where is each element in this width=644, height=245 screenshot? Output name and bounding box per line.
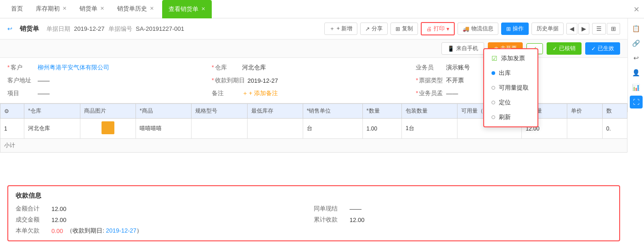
new-button[interactable]: ＋ + 新增 [324, 23, 357, 35]
tab-home[interactable]: 首页 [5, 0, 29, 18]
payment-grid: 金额合计 12.00 同单现结 —— 成交金额 12.00 累计收款 12.00… [16, 205, 612, 235]
same-order-row: 同单现结 —— [314, 205, 612, 213]
tab-sales-order[interactable]: 销货单 ✕ [73, 0, 111, 18]
current-owe-row: 本单欠款 0.00 （收款到期日: 2019-12-27） [16, 227, 612, 235]
row-unit: 台 [303, 119, 362, 139]
deal-amount-row: 成交金额 12.00 [16, 216, 314, 224]
row-index: 1 [0, 119, 24, 139]
address-value: —— [38, 77, 50, 84]
grid-view-btn[interactable]: ⊞ [607, 23, 620, 34]
checkbox-icon: ☑ [491, 55, 497, 62]
warehouse-value: 河北仓库 [242, 63, 266, 72]
print-dropdown-arrow: ▾ [446, 26, 449, 32]
close-history-tab[interactable]: ✕ [150, 6, 154, 11]
payment-title: 收款信息 [16, 192, 612, 200]
sidebar-doc-icon[interactable]: 📋 [630, 22, 643, 35]
row-price [567, 119, 603, 139]
list-view-btn[interactable]: ☰ [592, 23, 606, 34]
project-value: —— [38, 90, 50, 97]
current-owe-label: 本单欠款 [16, 227, 48, 235]
row-spec [192, 119, 247, 139]
empty-dot-icon-2 [491, 101, 495, 104]
print-button[interactable]: 🖨 打印 ▾ [422, 23, 454, 34]
col-unit: *销售单位 [303, 104, 362, 119]
logistics-icon: 🚚 [463, 26, 469, 32]
col-other: 数 [602, 104, 627, 119]
prev-arrow[interactable]: ◀ [566, 23, 577, 34]
cumulative-row: 累计收款 12.00 [314, 216, 612, 224]
tab-inventory-init[interactable]: 库存期初 ✕ [29, 0, 73, 18]
due-date-value: 2019-12-27 [248, 77, 278, 84]
dropdown-available-qty[interactable]: 可用量提取 [484, 80, 537, 95]
sold-icon: ✓ [553, 46, 557, 52]
row-qty: 1.00 [362, 119, 401, 139]
note-field: 备注 ＋ + 添加备注 [212, 89, 416, 97]
row-other: 0. [602, 119, 627, 139]
col-gear: ⚙ [0, 104, 24, 119]
due-date-note: （收款到期日: 2019-12-27） [67, 227, 142, 235]
sidebar-user-icon[interactable]: 👤 [630, 66, 643, 79]
empty-dot-icon [491, 86, 495, 90]
share-icon: ↗ [365, 26, 370, 32]
deal-amount-value: 12.00 [51, 217, 67, 223]
dropdown-refresh[interactable]: 刷新 [484, 110, 537, 125]
number-value: SA-20191227-001 [136, 25, 185, 32]
logistics-button[interactable]: 🚚 物流信息 [458, 23, 498, 35]
close-inventory-tab[interactable]: ✕ [62, 6, 67, 11]
share-button[interactable]: ↗ 分享 [360, 23, 388, 35]
row-warehouse: 河北仓库 [24, 119, 80, 139]
same-order-label: 同单现结 [314, 205, 346, 213]
current-owe-value: 0.00 [51, 228, 63, 234]
from-phone-button[interactable]: 📱 来自手机 [441, 42, 484, 55]
due-date-field: *收款到期日 2019-12-27 [212, 76, 416, 85]
doc-header-right: ＋ + 新增 ↗ 分享 ⊞ 复制 🖨 打印 ▾ [324, 22, 620, 35]
dropdown-outbound[interactable]: 出库 [484, 66, 537, 80]
close-sales-tab[interactable]: ✕ [100, 6, 104, 11]
sidebar-chart-icon[interactable]: 📊 [630, 81, 643, 94]
dropdown-locate[interactable]: 定位 [484, 95, 537, 110]
date-label: 单据日期 [46, 25, 70, 33]
close-view-sales-tab[interactable]: ✕ [201, 6, 205, 11]
sidebar-back-icon[interactable]: ↩ [630, 51, 643, 64]
copy-icon: ⊞ [395, 26, 400, 32]
dropdown-add-invoice[interactable]: ☑ 添加发票 [484, 51, 537, 66]
doc-title: 销货单 [20, 25, 39, 33]
cumulative-label: 累计收款 [314, 216, 346, 224]
close-all-tabs[interactable]: ✕ [633, 5, 639, 13]
sidebar-expand-icon[interactable]: ⛶ [630, 96, 643, 108]
subtotal-label: 小计 [0, 139, 627, 153]
address-field: 客户地址 —— [7, 76, 212, 85]
next-arrow[interactable]: ▶ [578, 23, 589, 34]
customer-value[interactable]: 柳州粤港平安气体有限公司 [38, 63, 109, 72]
tab-sales-history[interactable]: 销货单历史 ✕ [111, 0, 160, 18]
col-spec: 规格型号 [192, 104, 247, 119]
col-qty: *数量 [362, 104, 401, 119]
col-min-stock: 最低库存 [247, 104, 303, 119]
ticket-type-value: 不开票 [446, 76, 464, 85]
copy-button[interactable]: ⊞ 复制 [390, 23, 418, 35]
total-amount-label: 金额合计 [16, 205, 48, 213]
tab-bar: 首页 库存期初 ✕ 销货单 ✕ 销货单历史 ✕ 查看销货单 ✕ ✕ [0, 0, 644, 18]
row-image [80, 119, 136, 139]
nav-arrows: ◀ ▶ [566, 23, 589, 34]
add-note-button[interactable]: ＋ + 添加备注 [242, 89, 278, 97]
row-product: 嘻嘻嘻嘻 [136, 119, 191, 139]
subtotal-row: 小计 [0, 139, 627, 153]
operate-button[interactable]: ⊞ 操作 [501, 23, 529, 35]
history-button[interactable]: 历史单据 [531, 23, 564, 35]
tab-view-sales[interactable]: 查看销货单 ✕ [162, 0, 212, 18]
sidebar-link-icon[interactable]: 🔗 [630, 37, 643, 50]
view-toggle: ☰ ⊞ [592, 23, 620, 34]
date-value: 2019-12-27 [74, 25, 105, 32]
deal-amount-label: 成交金额 [16, 216, 48, 224]
same-order-value: —— [350, 205, 362, 212]
payment-box: 收款信息 金额合计 12.00 同单现结 —— 成交金额 12.00 累计收款 … [7, 185, 620, 241]
due-date-note-date: 2019-12-27 [106, 227, 137, 234]
sold-button[interactable]: ✓ 已核销 [547, 42, 582, 55]
empty-dot-icon-3 [491, 115, 495, 119]
effect-button[interactable]: ✓ 已生效 [585, 42, 620, 55]
staff2-value: —— [446, 90, 458, 97]
customer-field: *客户 柳州粤港平安气体有限公司 [7, 63, 212, 72]
doc-meta: 单据日期 2019-12-27 单据编号 SA-20191227-001 [46, 25, 184, 33]
col-image: 商品图片 [80, 104, 136, 119]
